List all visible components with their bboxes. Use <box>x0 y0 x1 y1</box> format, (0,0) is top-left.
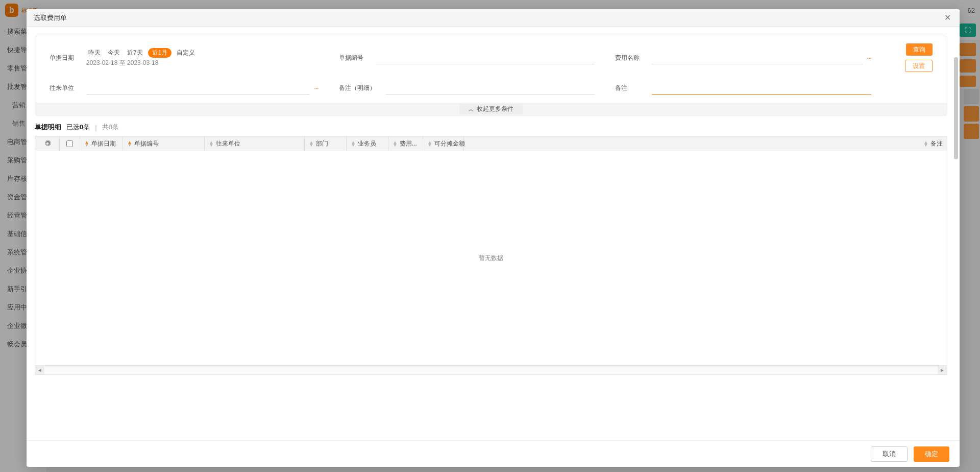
collapse-label: 收起更多条件 <box>477 105 513 113</box>
empty-text: 暂无数据 <box>479 254 503 263</box>
col-operator[interactable]: ▲▼业务员 <box>347 136 388 151</box>
table-header-row: ▲▼单据日期 ▲▼单据编号 ▲▼往来单位 ▲▼部门 ▲▼业务员 ▲▼费用... … <box>35 136 947 151</box>
date-pill[interactable]: 今天 <box>106 48 122 58</box>
modal-titlebar: 选取费用单 ✕ <box>27 9 960 27</box>
scroll-right-icon[interactable]: ► <box>938 366 947 374</box>
bill-no-label: 单据编号 <box>339 54 373 62</box>
col-bill-no[interactable]: ▲▼单据编号 <box>123 136 205 151</box>
select-fee-bill-modal: 选取费用单 ✕ 单据日期 昨天今天近7天近1月自定义 2023-02-18 至 … <box>27 9 960 467</box>
col-department[interactable]: ▲▼部门 <box>305 136 347 151</box>
cancel-button[interactable]: 取消 <box>871 446 908 462</box>
filter-action-col: 查询 设置 <box>902 43 933 72</box>
modal-vertical-scrollbar[interactable] <box>953 57 959 420</box>
sort-icon: ▲▼ <box>923 141 928 146</box>
bill-date-label: 单据日期 <box>50 54 83 62</box>
date-pill[interactable]: 近1月 <box>148 48 172 58</box>
date-range-pills: 昨天今天近7天近1月自定义 <box>86 48 318 58</box>
note-detail-label: 备注（明细） <box>339 84 383 92</box>
list-header: 单据明细 已选0条 | 共0条 <box>35 123 947 132</box>
table-settings-button[interactable] <box>35 136 60 151</box>
sort-icon: ▲▼ <box>127 141 132 146</box>
date-range-text: 2023-02-18 至 2023-03-18 <box>86 59 318 67</box>
modal-title: 选取费用单 <box>34 13 67 22</box>
date-pill[interactable]: 昨天 <box>86 48 103 58</box>
settings-button[interactable]: 设置 <box>905 60 933 72</box>
sort-icon: ▲▼ <box>393 141 398 146</box>
sort-icon: ▲▼ <box>351 141 356 146</box>
note-label: 备注 <box>615 84 649 92</box>
col-fee[interactable]: ▲▼费用... <box>388 136 423 151</box>
gear-icon <box>44 140 51 147</box>
note-detail-input[interactable] <box>386 84 595 91</box>
col-remark[interactable]: ▲▼备注 <box>464 136 947 151</box>
total-count: 共0条 <box>102 123 119 132</box>
sort-icon: ▲▼ <box>309 141 314 146</box>
fee-name-label: 费用名称 <box>615 54 649 62</box>
close-icon[interactable]: ✕ <box>942 13 952 23</box>
col-allocatable-amount[interactable]: ▲▼可分摊金额 <box>423 136 464 151</box>
sort-icon: ▲▼ <box>427 141 432 146</box>
chevron-up-icon: ︽ <box>469 106 474 113</box>
modal-footer: 取消 确定 <box>27 440 960 467</box>
date-pill[interactable]: 自定义 <box>175 48 197 58</box>
filter-card: 单据日期 昨天今天近7天近1月自定义 2023-02-18 至 2023-03-… <box>35 36 947 115</box>
bill-table: ▲▼单据日期 ▲▼单据编号 ▲▼往来单位 ▲▼部门 ▲▼业务员 ▲▼费用... … <box>35 136 947 366</box>
note-input[interactable] <box>652 84 871 91</box>
modal-body: 单据日期 昨天今天近7天近1月自定义 2023-02-18 至 2023-03-… <box>27 27 960 440</box>
counterparty-label: 往来单位 <box>50 84 83 92</box>
col-bill-date[interactable]: ▲▼单据日期 <box>80 136 123 151</box>
collapse-bar: ︽ 收起更多条件 <box>35 103 947 115</box>
date-pill[interactable]: 近7天 <box>125 48 145 58</box>
fee-name-input[interactable] <box>652 54 863 61</box>
table-horizontal-scrollbar[interactable]: ◄ ► <box>35 366 947 375</box>
list-title: 单据明细 <box>35 123 61 132</box>
scroll-left-icon[interactable]: ◄ <box>35 366 44 374</box>
counterparty-input[interactable] <box>86 84 310 91</box>
query-button[interactable]: 查询 <box>906 43 933 56</box>
counterparty-more-icon[interactable]: ··· <box>314 84 318 92</box>
table-body-empty: 暂无数据 <box>35 151 947 365</box>
ok-button[interactable]: 确定 <box>914 446 949 462</box>
select-all-checkbox[interactable] <box>60 136 80 151</box>
sort-icon: ▲▼ <box>209 141 214 146</box>
fee-name-more-icon[interactable]: ··· <box>867 54 871 62</box>
bill-no-input[interactable] <box>376 54 595 61</box>
col-counterparty[interactable]: ▲▼往来单位 <box>205 136 305 151</box>
collapse-toggle[interactable]: ︽ 收起更多条件 <box>459 104 523 114</box>
sort-icon: ▲▼ <box>84 141 89 146</box>
separator: | <box>95 124 96 131</box>
selected-count: 已选0条 <box>66 123 90 132</box>
